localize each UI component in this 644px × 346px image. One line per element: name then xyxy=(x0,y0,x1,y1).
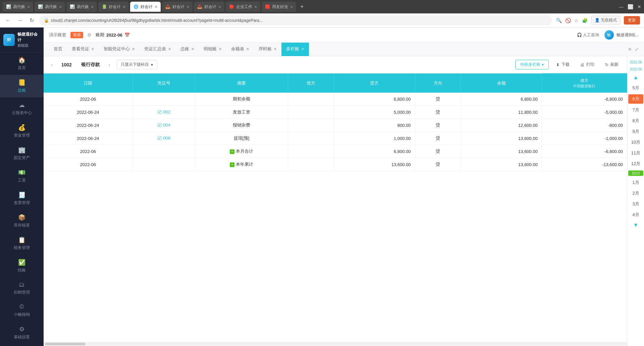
account-prev-button[interactable]: ‹ xyxy=(49,61,55,68)
download-button[interactable]: ⬇ 下载 xyxy=(553,60,573,69)
top-bar: 演示账套 禁用 ⚙ 账期 2022-06 📅 🎧 人工咨询 畅 畅捷通B组... xyxy=(44,28,644,43)
sidebar-item-fixed-assets[interactable]: 🏢 固定资产 xyxy=(0,142,44,165)
sidebar-item-fund[interactable]: 💰 资金管理 xyxy=(0,120,44,142)
tab-close-7[interactable]: ✕ xyxy=(218,5,221,9)
refresh-button[interactable]: ↻ xyxy=(28,16,35,25)
tab-haokuaiji-1[interactable]: 📗 好会计 ✕ xyxy=(98,2,129,12)
back-button[interactable]: ← xyxy=(4,16,12,25)
month-item-12[interactable]: 12月 xyxy=(628,159,644,168)
sidebar-item-close-accounts[interactable]: ✅ 结账 xyxy=(0,255,44,277)
new-tab-button[interactable]: + xyxy=(298,3,307,10)
no-track-icon[interactable]: 🚫 xyxy=(565,18,571,23)
month-item-5[interactable]: 5月 xyxy=(628,83,644,93)
scrollbar-thumb[interactable] xyxy=(45,343,85,345)
account-next-button[interactable]: › xyxy=(107,61,112,68)
voucher-link-2[interactable]: 记-004 xyxy=(157,122,170,128)
filter-sub-accounts-button[interactable]: 只显示下级科目 ▾ xyxy=(116,60,157,69)
month-item-10[interactable]: 10月 xyxy=(628,138,644,147)
close-balance[interactable]: ✕ xyxy=(246,47,249,51)
tab-haokuaiji-2[interactable]: 📥 好会计 ✕ xyxy=(162,2,193,12)
update-button[interactable]: 更新 xyxy=(624,16,640,24)
close-general-ledger[interactable]: ✕ xyxy=(191,47,194,51)
month-item-2[interactable]: 2月 xyxy=(628,189,644,198)
tab-haokuaiji-3[interactable]: 📥 好会计 ✕ xyxy=(194,2,224,12)
voucher-link-1[interactable]: 记-002 xyxy=(157,109,170,114)
page-tab-voucher-view[interactable]: 查看凭证 ✕ xyxy=(67,43,99,56)
panel-close-icon[interactable]: ✕ xyxy=(628,47,632,52)
ai-consult-button[interactable]: 🎧 人工咨询 xyxy=(577,32,599,38)
close-icon[interactable]: ✕ xyxy=(637,4,641,9)
calendar-icon[interactable]: 📅 xyxy=(124,33,130,38)
col-header-extra: 借方 中国建设银行 xyxy=(542,73,627,93)
month-scroll-down-button[interactable]: ▼ xyxy=(632,221,640,230)
panel-expand-icon[interactable]: ⤢ xyxy=(635,47,639,52)
sidebar-item-archive[interactable]: 🗂 归档管理 xyxy=(0,277,44,299)
sidebar-item-ledger[interactable]: 📒 总账 xyxy=(0,75,44,97)
sidebar-item-tax[interactable]: 📋 税务管理 xyxy=(0,232,44,255)
tab-yidaizhang-1[interactable]: 📊 易代账 ✕ xyxy=(3,2,33,12)
tab-close-9[interactable]: ✕ xyxy=(290,5,293,9)
tab-yidaizhang-3[interactable]: 📊 易代账 ✕ xyxy=(66,2,97,12)
tab-close-8[interactable]: ✕ xyxy=(254,5,257,9)
month-item-8[interactable]: 8月 xyxy=(628,116,644,126)
sidebar-item-invoice[interactable]: 🧾 发票管理 xyxy=(0,187,44,210)
tab-close-5[interactable]: ✕ xyxy=(155,5,157,9)
sidebar-item-cloud-reports[interactable]: ☁ 云报表中心 xyxy=(0,97,44,120)
bookmark-icon[interactable]: ☆ xyxy=(574,18,579,23)
account-period: 账期 2022-06 📅 xyxy=(96,32,130,38)
settings-icon[interactable]: ⚙ xyxy=(87,32,92,38)
tab-close-4[interactable]: ✕ xyxy=(123,5,125,9)
month-item-3[interactable]: 3月 xyxy=(628,199,644,209)
month-item-11[interactable]: 11月 xyxy=(628,148,644,158)
extensions-icon[interactable]: 🧩 xyxy=(582,18,588,23)
summary-icon-month: + xyxy=(230,149,234,154)
maximize-icon[interactable]: ⬜ xyxy=(628,4,633,9)
ledger-toolbar: ‹ 1002 银行存款 › 只显示下级科目 ▾ 特殊多栏账 ▾ xyxy=(44,56,627,73)
sidebar-item-guide[interactable]: 🎯 新手引导 xyxy=(0,344,44,346)
page-tab-detail-ledger[interactable]: 明细账 ✕ xyxy=(199,43,226,56)
minimize-icon[interactable]: — xyxy=(619,4,624,9)
tab-yonyou[interactable]: 🟥 用友好业 ✕ xyxy=(262,2,296,12)
sidebar-item-inventory[interactable]: 📦 库存核算 xyxy=(0,210,44,232)
forward-button[interactable]: → xyxy=(16,16,24,25)
sidebar-item-settings[interactable]: ⚙ 基础设置 xyxy=(0,322,44,344)
page-tab-smart-voucher[interactable]: 智能凭证中心 ✕ xyxy=(99,43,140,56)
sidebar-item-expense[interactable]: © 小畅报销 xyxy=(0,299,44,322)
horizontal-scrollbar[interactable] xyxy=(44,342,627,346)
month-item-9[interactable]: 9月 xyxy=(628,127,644,136)
special-multi-column-button[interactable]: 特殊多栏账 ▾ xyxy=(515,60,549,69)
tab-close-2[interactable]: ✕ xyxy=(59,5,62,9)
sidebar-item-home[interactable]: 🏠 首页 xyxy=(0,52,44,75)
close-smart-voucher[interactable]: ✕ xyxy=(132,47,135,51)
tab-yidaizhang-2[interactable]: 📊 易代账 ✕ xyxy=(35,2,65,12)
cell-debit-2 xyxy=(288,119,334,132)
tab-close-1[interactable]: ✕ xyxy=(27,5,30,9)
tab-haokuaiji-active[interactable]: 🌐 好会计 ✕ xyxy=(130,2,161,12)
close-multi-column[interactable]: ✕ xyxy=(301,47,304,51)
page-tab-sequence[interactable]: 序时账 ✕ xyxy=(254,43,281,56)
search-icon[interactable]: 🔍 xyxy=(556,18,562,23)
month-item-1[interactable]: 1月 xyxy=(628,178,644,187)
sidebar-item-payroll[interactable]: 💵 工资 xyxy=(0,165,44,187)
tab-close-6[interactable]: ✕ xyxy=(186,5,189,9)
print-button[interactable]: 🖨 打印 xyxy=(577,60,598,69)
close-voucher-summary[interactable]: ✕ xyxy=(168,47,171,51)
page-tab-voucher-summary[interactable]: 凭证汇总表 ✕ xyxy=(140,43,176,56)
wuhen-button[interactable]: 👤 无痕模式 xyxy=(591,16,621,25)
month-item-7[interactable]: 7月 xyxy=(628,105,644,115)
month-item-4[interactable]: 4月 xyxy=(628,210,644,219)
close-sequence[interactable]: ✕ xyxy=(274,47,277,51)
page-tab-home[interactable]: 首页 xyxy=(49,43,67,56)
url-bar[interactable]: 🔒 cloud2.chanjet.com/accounting/uh26t264… xyxy=(39,15,552,26)
page-tab-multi-column[interactable]: 多栏账 ✕ xyxy=(281,43,309,56)
close-voucher-view[interactable]: ✕ xyxy=(91,47,94,51)
voucher-link-3[interactable]: 记-006 xyxy=(157,136,170,141)
tab-close-3[interactable]: ✕ xyxy=(91,5,94,9)
tab-qiyegongzuo[interactable]: 🔴 企业工作 ✕ xyxy=(226,2,260,12)
close-detail-ledger[interactable]: ✕ xyxy=(219,47,222,51)
page-tab-balance[interactable]: 余额表 ✕ xyxy=(226,43,254,56)
refresh-button-ledger[interactable]: ↻ 刷新 xyxy=(602,60,622,69)
month-scroll-up-button[interactable]: ▲ xyxy=(632,73,640,82)
page-tab-general-ledger[interactable]: 总账 ✕ xyxy=(176,43,199,56)
month-item-6[interactable]: 6月 xyxy=(628,94,643,104)
